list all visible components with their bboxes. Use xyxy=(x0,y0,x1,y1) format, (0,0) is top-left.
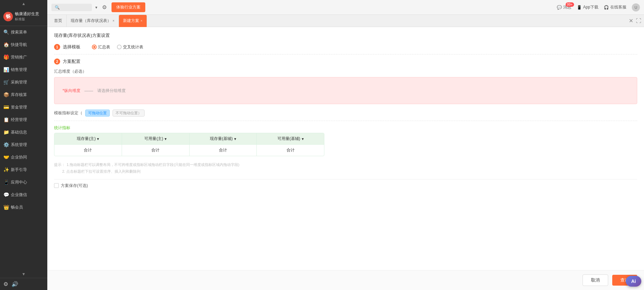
dropdown-icon-3[interactable]: ▾ xyxy=(302,137,304,141)
top-header: 🔍 ▾ ⚙ 体验行业方案 💬 消息 99+ 📱 App下载 🎧 在线客服 U xyxy=(47,0,644,15)
dropdown-icon-0[interactable]: ▾ xyxy=(97,137,99,141)
messages-btn[interactable]: 💬 消息 99+ xyxy=(557,4,571,10)
sidebar-item-label: 采购管理 xyxy=(11,79,27,85)
tab-inventory-status[interactable]: 现存量（库存状况表） × xyxy=(67,15,119,27)
handshake-icon: 🤝 xyxy=(3,154,9,160)
app-download-btn[interactable]: 📱 App下载 xyxy=(577,4,598,10)
sidebar-item-vip[interactable]: 👑 畅会员 xyxy=(0,201,47,214)
tab-new-plan[interactable]: 新建方案 × xyxy=(119,15,147,27)
sidebar-item-search[interactable]: 🔍 搜索菜单 xyxy=(0,26,47,39)
expand-tab-btn[interactable]: ⛶ xyxy=(636,18,641,24)
sidebar-item-label: 应用中心 xyxy=(11,179,27,185)
search-icon: 🔍 xyxy=(3,29,9,35)
stats-col-header-3[interactable]: 可用量(基辅) ▾ xyxy=(257,133,324,144)
folder-icon: 📁 xyxy=(3,129,9,135)
sidebar-item-marketing[interactable]: 🎁 营销推广 xyxy=(0,51,47,64)
stats-col-header-0[interactable]: 现存量(主) ▾ xyxy=(54,133,122,144)
sidebar-item-business[interactable]: 📋 经营管理 xyxy=(0,114,47,126)
home-icon: 🏠 xyxy=(3,42,9,47)
sidebar-item-appstore[interactable]: 📱 应用中心 xyxy=(0,176,47,189)
col-header-label-1: 可用量(主) xyxy=(144,136,163,142)
section-plan-config: 2 方案配置 汇总维度（必选） *纵向维度 —— 请选择分组维度 模板指标设定（… xyxy=(54,58,637,175)
tab-new-plan-close[interactable]: × xyxy=(141,19,143,23)
sidebar-item-newbie[interactable]: ✨ 新手引导 xyxy=(0,164,47,176)
box-icon: 📦 xyxy=(3,92,9,97)
tab-home[interactable]: 首页 xyxy=(50,15,67,27)
online-support-btn[interactable]: 🎧 在线客服 xyxy=(604,4,626,10)
sidebar-item-enterprise[interactable]: 🤝 企业协同 xyxy=(0,151,47,164)
tabs-bar: 首页 现存量（库存状况表） × 新建方案 × ✕ ⛶ xyxy=(47,15,644,27)
indicator-movable-tag: 可拖动位置 xyxy=(85,110,110,117)
gear-icon: ⚙️ xyxy=(3,142,9,147)
sidebar-item-label: 企业协同 xyxy=(11,154,27,160)
sidebar-item-label: 新手引导 xyxy=(11,167,27,173)
col-header-label-3: 可用量(基辅) xyxy=(277,136,300,142)
stats-cell-0-1: 合计 xyxy=(122,145,190,156)
stats-cell-0-3: 合计 xyxy=(257,145,324,156)
sidebar-item-basic[interactable]: 📁 基础信息 xyxy=(0,126,47,139)
sidebar-scroll-down[interactable]: ▼ xyxy=(0,270,47,278)
tab-new-plan-label: 新建方案 xyxy=(123,18,139,24)
sidebar-footer: ⚙ 🔊 xyxy=(0,278,47,290)
hint-2: 2. 点击标题栏下拉可设置排序、插入列和删除列 xyxy=(54,168,141,175)
indicator-settings: 模板指标设定（ 可拖动位置 不可拖动位置） xyxy=(54,110,637,117)
sidebar-item-shortcut[interactable]: 🏠 快捷导航 xyxy=(0,39,47,51)
gift-icon: 🎁 xyxy=(3,54,9,60)
sidebar-item-inventory[interactable]: 📦 库存核算 xyxy=(0,89,47,101)
ai-float-button[interactable]: Ai xyxy=(626,276,641,287)
sidebar-item-finance[interactable]: 💳 资金管理 xyxy=(0,101,47,114)
trial-button[interactable]: 体验行业方案 xyxy=(112,2,145,12)
online-support-label: 在线客服 xyxy=(610,4,626,10)
radio-summary-label: 汇总表 xyxy=(98,44,110,50)
sidebar-item-label: 经营管理 xyxy=(11,117,27,123)
sidebar-item-label: 销售管理 xyxy=(11,67,27,73)
cancel-button[interactable]: 取消 xyxy=(583,274,608,286)
radio-cross[interactable]: 交叉统计表 xyxy=(117,44,143,50)
headset-icon: 🎧 xyxy=(604,5,609,10)
tab-inventory-close[interactable]: × xyxy=(113,19,115,23)
col-header-label-0: 现存量(主) xyxy=(77,136,96,142)
save-checkbox-label: 方案保存(可选) xyxy=(61,183,88,189)
cart-icon: 🛒 xyxy=(3,79,9,85)
audio-footer-icon[interactable]: 🔊 xyxy=(11,281,18,287)
logo-sub: 标准版 xyxy=(15,17,39,22)
dimension-dash: —— xyxy=(84,88,93,93)
sidebar-item-label: 快捷导航 xyxy=(11,42,27,48)
divider1 xyxy=(54,54,637,54)
sidebar-scroll-up[interactable]: ▲ xyxy=(0,0,47,7)
indicator-immovable-tag: 不可拖动位置） xyxy=(113,110,145,117)
sidebar-logo: 畅 畅康通好生意 标准版 xyxy=(0,7,47,26)
dropdown-icon-2[interactable]: ▾ xyxy=(234,137,236,141)
radio-summary[interactable]: 汇总表 xyxy=(92,44,110,50)
sidebar-item-sales[interactable]: 📊 销售管理 xyxy=(0,64,47,76)
sidebar-item-label: 营销推广 xyxy=(11,54,27,60)
sidebar-item-system[interactable]: ⚙️ 系统管理 xyxy=(0,139,47,151)
page-title: 现存量(库存状况表)方案设置 xyxy=(54,32,637,39)
section2-header: 2 方案配置 xyxy=(54,58,637,65)
stats-col-header-1[interactable]: 可用量(主) ▾ xyxy=(122,133,190,144)
close-tab-btn[interactable]: ✕ xyxy=(629,18,633,24)
sidebar-item-label: 资金管理 xyxy=(11,104,27,110)
footer-bar: 取消 查询 xyxy=(47,270,644,290)
stats-table-header: 现存量(主) ▾ 可用量(主) ▾ 现存量(基辅) ▾ 可用量(基辅) ▾ xyxy=(54,133,324,144)
dropdown-icon-1[interactable]: ▾ xyxy=(165,137,167,141)
save-checkbox-row: 方案保存(可选) xyxy=(54,179,637,192)
stats-col-header-2[interactable]: 现存量(基辅) ▾ xyxy=(190,133,257,144)
sidebar-item-purchase[interactable]: 🛒 采购管理 xyxy=(0,76,47,89)
col-header-label-2: 现存量(基辅) xyxy=(210,136,233,142)
hint-title: 提示： 1.拖动标题栏可以调整布局，不可跨维度或指标区域拖动栏目字段(只能在同一… xyxy=(54,162,637,168)
sidebar-item-wechat[interactable]: 💬 企业微信 xyxy=(0,189,47,201)
indicator-settings-label: 模板指标设定（ xyxy=(54,110,82,116)
header-settings-btn[interactable]: ⚙ xyxy=(101,3,108,12)
main-area: 🔍 ▾ ⚙ 体验行业方案 💬 消息 99+ 📱 App下载 🎧 在线客服 U xyxy=(47,0,644,290)
dimension-box[interactable]: *纵向维度 —— 请选择分组维度 xyxy=(54,77,637,104)
search-icon-header: 🔍 xyxy=(55,5,60,10)
header-dropdown-btn[interactable]: ▾ xyxy=(95,5,97,10)
mobile-icon: 📱 xyxy=(3,179,9,185)
header-search-box[interactable]: 🔍 xyxy=(51,4,92,11)
save-checkbox[interactable] xyxy=(54,183,59,188)
settings-footer-icon[interactable]: ⚙ xyxy=(3,281,8,287)
divider2 xyxy=(54,121,637,121)
user-avatar[interactable]: U xyxy=(632,3,640,11)
chart-icon: 📊 xyxy=(3,67,9,72)
